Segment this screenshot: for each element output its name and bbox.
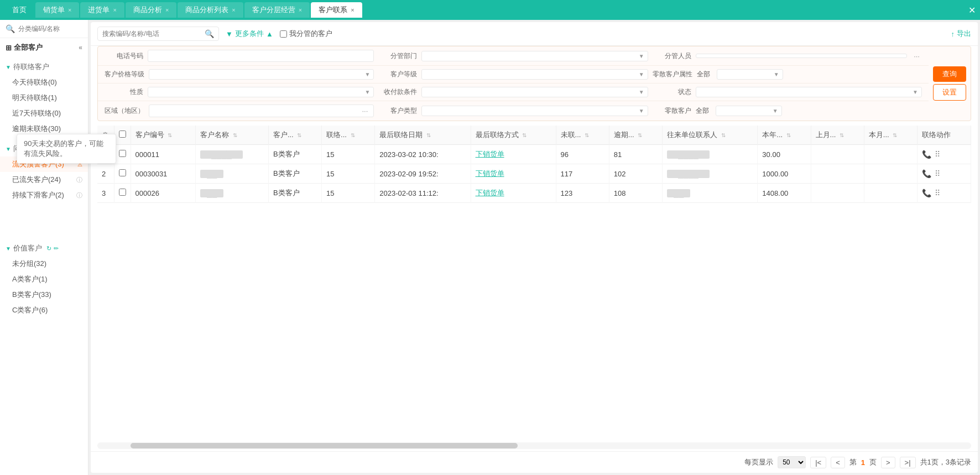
nature-select[interactable]: ▼ xyxy=(148,87,374,97)
horizontal-scrollbar[interactable] xyxy=(97,442,971,449)
scatter-cust-select[interactable]: ▼ xyxy=(716,106,782,116)
contact-icon-2[interactable]: 📞 xyxy=(922,169,931,178)
sort-overdue-icon[interactable]: ⇅ xyxy=(638,132,642,138)
prev-page-btn[interactable]: < xyxy=(831,457,845,468)
sort-unliaised-icon[interactable]: ⇅ xyxy=(585,132,589,138)
sort-last-month-icon[interactable]: ⇅ xyxy=(840,132,844,138)
sidebar-item-class-a[interactable]: A类客户(1) xyxy=(0,272,88,287)
export-btn[interactable]: ↑ 导出 xyxy=(951,29,972,39)
td-last-method-2: 下销货单 xyxy=(471,164,556,184)
sort-last-method-icon[interactable]: ⇅ xyxy=(522,132,527,138)
region-select[interactable]: ··· xyxy=(149,105,374,117)
scatter-cust-label: 零散客户 xyxy=(653,106,691,116)
tab-analysis-close[interactable]: × xyxy=(165,7,169,13)
tab-analysis-list-close[interactable]: × xyxy=(232,7,235,13)
scatter-attr-chevron-icon: ▼ xyxy=(774,71,779,77)
sidebar-item-ungroup[interactable]: 未分组(32) xyxy=(0,256,88,272)
tab-analysis-list[interactable]: 商品分析列表 × xyxy=(178,2,243,18)
scatter-attr-select[interactable]: ▼ xyxy=(717,69,783,80)
tab-purchase-close[interactable]: × xyxy=(113,7,116,13)
first-page-btn[interactable]: |< xyxy=(810,457,826,468)
tab-sales-close[interactable]: × xyxy=(68,7,71,13)
scrollbar-thumb[interactable] xyxy=(131,443,518,448)
sort-contact-person-icon[interactable]: ⇅ xyxy=(721,132,726,138)
sidebar-group-pending-title[interactable]: ▼ 待联络客户 xyxy=(0,59,88,75)
td-level-1: B类客户 xyxy=(268,145,321,164)
tab-analysis-label: 商品分析 xyxy=(133,5,162,15)
cust-level-select[interactable]: ▼ xyxy=(421,69,648,80)
sidebar-item-churned[interactable]: 已流失客户(24) ⓘ xyxy=(0,172,88,187)
tab-purchase[interactable]: 进货单 × xyxy=(80,2,124,18)
more-conditions-btn[interactable]: ▼ 更多条件 ▲ xyxy=(226,29,273,39)
filter-cell-phone: 电话号码 xyxy=(105,50,374,62)
td-this-year-3: 1408.00 xyxy=(758,184,811,203)
contact-icon-3[interactable]: 📞 xyxy=(922,189,931,197)
person-select[interactable] xyxy=(696,54,907,58)
sidebar-all-customers[interactable]: ⊞ 全部客户 « xyxy=(0,38,88,57)
my-customers-checkbox[interactable] xyxy=(280,30,287,38)
td-contact-person-2: ████ xyxy=(663,164,758,184)
person-ellipsis[interactable]: ··· xyxy=(911,52,922,60)
sort-level-icon[interactable]: ⇅ xyxy=(297,132,301,138)
sort-this-month-icon[interactable]: ⇅ xyxy=(893,132,897,138)
more-action-icon-2[interactable]: ⠿ xyxy=(935,169,940,178)
per-page-select[interactable]: 50 20 100 xyxy=(778,456,806,468)
sort-last-date-icon[interactable]: ⇅ xyxy=(426,132,431,138)
more-action-icon-3[interactable]: ⠿ xyxy=(935,189,940,197)
select-all-checkbox[interactable] xyxy=(119,131,126,138)
settings-button[interactable]: 设置 xyxy=(933,84,966,101)
close-all-icon[interactable]: ✕ xyxy=(968,5,976,15)
phone-input[interactable] xyxy=(148,50,374,62)
tab-analysis[interactable]: 商品分析 × xyxy=(126,2,176,18)
sidebar-collapse-btn[interactable]: « xyxy=(79,44,82,51)
th-this-year: 本年... ⇅ xyxy=(758,126,811,145)
row-1-checkbox[interactable] xyxy=(119,150,126,157)
filter-row-2: 客户价格等级 ▼ 客户等级 ▼ 零散客户属性 xyxy=(98,66,929,83)
sort-name-icon[interactable]: ⇅ xyxy=(233,132,237,138)
sort-this-year-icon[interactable]: ⇅ xyxy=(786,132,791,138)
refresh-icon[interactable]: ↻ xyxy=(46,245,51,252)
search-icon[interactable]: 🔍 xyxy=(205,29,214,38)
price-level-select[interactable]: ▼ xyxy=(149,69,374,80)
th-unliaised: 未联... ⇅ xyxy=(556,126,609,145)
td-last-date-2: 2023-02-09 19:52: xyxy=(375,164,471,184)
row-3-checkbox[interactable] xyxy=(119,189,126,196)
td-unliaised-2: 117 xyxy=(556,164,609,184)
sidebar-item-tomorrow[interactable]: 明天待联络(1) xyxy=(0,90,88,106)
sort-contacts-icon[interactable]: ⇅ xyxy=(351,132,355,138)
dept-select[interactable]: ▼ xyxy=(421,51,648,61)
last-page-btn[interactable]: >| xyxy=(900,457,916,468)
td-seq-3: 3 xyxy=(97,184,114,203)
tab-customer-mgmt-close[interactable]: × xyxy=(299,7,302,13)
search-input[interactable] xyxy=(102,30,201,38)
tab-customer-mgmt[interactable]: 客户分层经营 × xyxy=(244,2,310,18)
sidebar-item-declining[interactable]: 持续下滑客户(2) ⓘ xyxy=(0,187,88,203)
payment-select[interactable]: ▼ xyxy=(421,87,648,97)
more-action-icon-1[interactable]: ⠿ xyxy=(935,150,940,159)
td-this-year-2: 1000.00 xyxy=(758,164,811,184)
edit-icon[interactable]: ✏ xyxy=(54,245,59,252)
sort-code-icon[interactable]: ⇅ xyxy=(168,132,172,138)
sidebar-item-week[interactable]: 近7天待联络(0) xyxy=(0,106,88,121)
sidebar-group-value-title[interactable]: ▼ 价值客户 ↻ ✏ xyxy=(0,241,88,256)
per-page-label: 每页显示 xyxy=(744,457,773,467)
cust-type-select[interactable]: ▼ xyxy=(421,106,648,116)
th-level: 客户... ⇅ xyxy=(268,126,321,145)
sidebar-search-input[interactable] xyxy=(18,25,82,33)
query-button[interactable]: 查询 xyxy=(933,66,966,82)
tab-sales[interactable]: 销货单 × xyxy=(35,2,79,18)
tab-customer-contact[interactable]: 客户联系 × xyxy=(311,2,362,18)
row-2-checkbox[interactable] xyxy=(119,169,126,176)
contact-icon-1[interactable]: 📞 xyxy=(922,150,931,159)
filter-action-buttons: 查询 设置 xyxy=(929,46,971,121)
tab-home[interactable]: 首页 xyxy=(4,2,34,18)
td-code-3: 000026 xyxy=(131,184,196,203)
tab-customer-contact-close[interactable]: × xyxy=(351,7,354,13)
sidebar-item-class-c[interactable]: C类客户(6) xyxy=(0,302,88,318)
next-page-btn[interactable]: > xyxy=(881,457,895,468)
more-conditions-label: 更多条件 xyxy=(235,29,264,39)
status-select[interactable]: ▼ xyxy=(696,87,922,97)
sidebar-item-class-b[interactable]: B类客户(33) xyxy=(0,287,88,302)
sidebar-item-today[interactable]: 今天待联络(0) xyxy=(0,75,88,90)
export-label: 导出 xyxy=(957,29,971,39)
